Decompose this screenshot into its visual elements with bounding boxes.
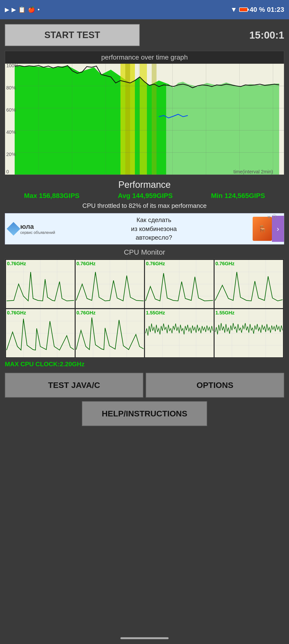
cpu-graph-1 (76, 260, 144, 308)
grid-v-7 (239, 64, 240, 174)
dot-icon: • (37, 6, 39, 13)
ad-text: Как сделатьиз комбинезонаавтокресло? (55, 216, 253, 242)
start-test-button[interactable]: START TEST (5, 24, 140, 46)
store-icon: 🍎 (28, 6, 35, 13)
help-button[interactable]: HELP/INSTRUCTIONS (82, 401, 207, 426)
grid-h-100 (15, 64, 284, 64)
cpu-graph-5 (76, 309, 144, 357)
grid-v-3 (105, 64, 106, 174)
cpu-freq-6: 1.55GHz (146, 310, 165, 316)
ad-subtitle: сервис объявлений (20, 230, 55, 235)
svg-rect-2 (125, 64, 130, 174)
perf-avg: Avg 144,959GIPS (118, 192, 173, 200)
performance-graph-container: performance over time graph (5, 51, 284, 175)
grid-v-6 (206, 64, 206, 174)
cpu-cell-5: 0.76GHz (76, 309, 144, 357)
status-icons: ▶ ▶ 📋 🍎 • (5, 6, 39, 13)
performance-graph-svg: 100% 80% 60% 40% 20% 0 time(interval 2mi… (5, 64, 284, 174)
svg-text:100%: 100% (6, 64, 18, 68)
cpu-cell-3: 0.76GHz (215, 260, 283, 308)
main-content: START TEST 15:00:1 performance over time… (0, 19, 289, 431)
ad-info-button[interactable]: ℹ (272, 214, 277, 220)
cpu-graph-7 (215, 309, 283, 357)
cpu-freq-7: 1.55GHz (216, 310, 235, 316)
ad-brand: юла (20, 223, 55, 230)
cpu-freq-5: 0.76GHz (77, 310, 96, 316)
cpu-monitor: CPU Monitor 0.76GHz 0 (5, 248, 284, 368)
cpu-freq-3: 0.76GHz (216, 261, 235, 266)
youtube2-icon: ▶ (11, 6, 16, 13)
perf-values: Max 156,883GIPS Avg 144,959GIPS Min 124,… (5, 192, 284, 200)
grid-h-60 (15, 108, 284, 108)
options-button[interactable]: OPTIONS (146, 373, 284, 398)
cpu-freq-2: 0.76GHz (146, 261, 165, 266)
graph-title: performance over time graph (5, 51, 284, 64)
grid-h-40 (15, 130, 284, 130)
cpu-cell-6: 1.55GHz (145, 309, 214, 357)
cpu-freq-4: 0.76GHz (7, 310, 26, 316)
status-right: ▼ 40 % 01:23 (231, 6, 284, 14)
perf-max: Max 156,883GIPS (24, 192, 79, 200)
help-button-container: HELP/INSTRUCTIONS (5, 401, 284, 426)
test-java-button[interactable]: TEST JAVA/C (5, 373, 143, 398)
perf-throttle: CPU throttled to 82% of its max performa… (5, 202, 284, 210)
cpu-freq-1: 0.76GHz (77, 261, 96, 266)
cpu-cell-2: 0.76GHz (145, 260, 214, 308)
cpu-graph-3 (215, 260, 283, 308)
ad-arrow-icon[interactable]: › (272, 216, 284, 242)
clock: 01:23 (267, 6, 284, 14)
status-bar: ▶ ▶ 📋 🍎 • ▼ 40 % 01:23 (0, 0, 289, 19)
cpu-graph-4 (6, 309, 75, 357)
performance-stats: Performance Max 156,883GIPS Avg 144,959G… (5, 180, 284, 210)
grid-v-4 (139, 64, 139, 174)
cpu-freq-0: 0.76GHz (7, 261, 26, 266)
max-clock: MAX CPU CLOCK:2.20GHz (5, 360, 284, 368)
ad-image: 🪑 (253, 217, 272, 241)
file-icon: 📋 (18, 6, 25, 13)
cpu-cell-4: 0.76GHz (6, 309, 75, 357)
cpu-graph-6 (145, 309, 214, 357)
svg-rect-4 (152, 64, 157, 174)
ad-logo: юла сервис объявлений (9, 223, 55, 235)
perf-title: Performance (5, 180, 284, 190)
svg-text:0: 0 (6, 169, 9, 174)
ad-close-button[interactable]: ✕ (267, 214, 271, 220)
battery-percent: 40 % (250, 6, 265, 14)
ad-banner[interactable]: юла сервис объявлений Как сделатьиз комб… (5, 213, 284, 244)
graph-area: 100% 80% 60% 40% 20% 0 time(interval 2mi… (5, 64, 284, 174)
bottom-buttons: TEST JAVA/C OPTIONS (5, 373, 284, 398)
ad-diamond-icon (7, 222, 20, 236)
grid-v-5 (172, 64, 173, 174)
grid-h-80 (15, 86, 284, 86)
battery-icon (239, 8, 248, 12)
cpu-graph-2 (145, 260, 214, 308)
grid-v-8 (273, 64, 273, 174)
timer-display: 15:00:1 (249, 30, 284, 41)
grid-v-1 (38, 64, 39, 174)
grid-v-2 (72, 64, 72, 174)
cpu-cell-7: 1.55GHz (215, 309, 283, 357)
wifi-icon: ▼ (231, 6, 237, 14)
cpu-grid: 0.76GHz 0.76GHz (5, 259, 284, 358)
youtube-icon: ▶ (5, 6, 9, 13)
cpu-monitor-title: CPU Monitor (5, 248, 284, 256)
cpu-cell-1: 0.76GHz (76, 260, 144, 308)
perf-min: Min 124,565GIPS (211, 192, 265, 200)
top-controls: START TEST 15:00:1 (5, 24, 284, 46)
cpu-graph-0 (6, 260, 75, 308)
home-indicator (120, 637, 169, 639)
svg-marker-5 (166, 82, 279, 174)
cpu-cell-0: 0.76GHz (6, 260, 75, 308)
